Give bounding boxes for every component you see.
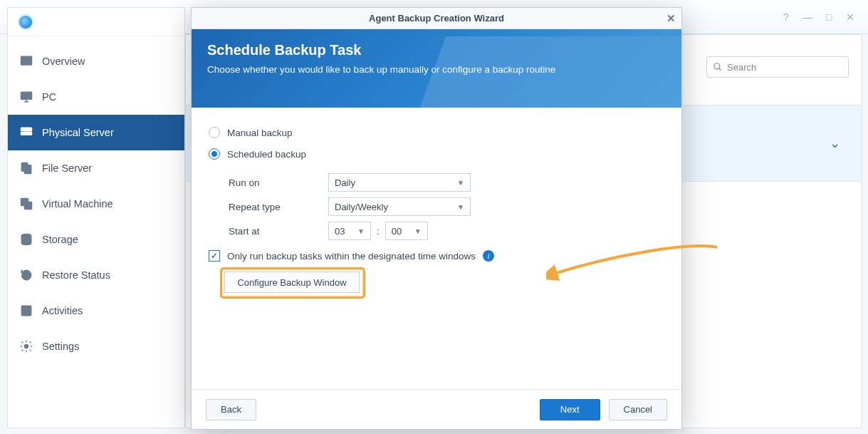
- back-button[interactable]: Back: [206, 399, 256, 420]
- logo-icon: [18, 14, 33, 30]
- sidebar: Overview PC Physical Server File Server …: [7, 7, 185, 428]
- radio-label: Manual backup: [227, 128, 293, 138]
- sidebar-item-label: File Server: [42, 162, 92, 174]
- svg-rect-14: [25, 165, 31, 174]
- wizard-dialog: Agent Backup Creation Wizard ✕ Schedule …: [191, 7, 682, 430]
- radio-scheduled-backup[interactable]: Scheduled backup: [209, 143, 664, 165]
- cancel-button[interactable]: Cancel: [609, 399, 667, 420]
- help-icon[interactable]: ?: [781, 12, 791, 22]
- pc-icon: [19, 90, 33, 104]
- select-value: Daily/Weekly: [335, 202, 388, 212]
- sidebar-item-label: Restore Status: [42, 269, 110, 281]
- restore-icon: [19, 268, 33, 282]
- sidebar-item-restore-status[interactable]: Restore Status: [8, 257, 184, 293]
- sidebar-item-virtual-machine[interactable]: Virtual Machine: [8, 186, 184, 222]
- radio-unselected-icon: [209, 127, 220, 138]
- svg-rect-6: [21, 92, 32, 99]
- only-run-label: Only run backup tasks within the designa…: [227, 251, 476, 262]
- sidebar-item-label: Activities: [42, 305, 83, 316]
- sidebar-item-label: Settings: [42, 341, 79, 352]
- dialog-titlebar: Agent Backup Creation Wizard ✕: [192, 8, 681, 29]
- sidebar-item-storage[interactable]: Storage: [8, 222, 184, 257]
- radio-selected-icon: [209, 148, 220, 160]
- overview-icon: [19, 54, 33, 68]
- chevron-down-icon: ▼: [414, 227, 422, 235]
- radio-manual-backup[interactable]: Manual backup: [209, 122, 664, 143]
- banner-title: Schedule Backup Task: [207, 42, 666, 58]
- file-server-icon: [19, 161, 33, 175]
- next-button[interactable]: Next: [540, 399, 600, 420]
- select-value: 03: [335, 226, 345, 237]
- sidebar-item-label: Virtual Machine: [42, 198, 113, 210]
- storage-icon: [19, 232, 33, 247]
- sidebar-item-overview[interactable]: Overview: [8, 43, 184, 79]
- select-value: 00: [392, 226, 402, 237]
- sidebar-item-label: PC: [42, 91, 56, 103]
- start-hour-select[interactable]: 03 ▼: [328, 222, 371, 240]
- start-at-label: Start at: [229, 226, 328, 237]
- chevron-down-icon: ▼: [457, 203, 464, 211]
- chevron-down-icon: ▼: [357, 227, 365, 235]
- repeat-type-label: Repeat type: [229, 202, 328, 212]
- dialog-title: Agent Backup Creation Wizard: [369, 13, 504, 24]
- sidebar-item-label: Storage: [42, 234, 78, 245]
- start-minute-select[interactable]: 00 ▼: [385, 222, 428, 240]
- virtual-machine-icon: [19, 197, 33, 211]
- info-icon[interactable]: i: [483, 250, 494, 262]
- close-icon[interactable]: ✕: [845, 12, 855, 22]
- svg-point-22: [25, 345, 28, 348]
- maximize-icon[interactable]: □: [824, 12, 834, 22]
- only-run-checkbox[interactable]: [209, 250, 220, 262]
- gear-icon: [19, 339, 33, 353]
- run-on-select[interactable]: Daily ▼: [328, 173, 471, 192]
- chevron-down-icon: ▼: [457, 179, 464, 187]
- dialog-footer: Back Next Cancel: [192, 389, 681, 429]
- app-logo: [8, 8, 184, 36]
- run-on-label: Run on: [229, 177, 328, 188]
- search-placeholder: Search: [727, 62, 756, 73]
- physical-server-icon: [19, 125, 33, 140]
- dialog-body: Manual backup Scheduled backup Run on Da…: [192, 108, 681, 386]
- banner-subtitle: Choose whether you would like to back up…: [207, 64, 666, 75]
- search-icon: [713, 62, 723, 72]
- repeat-type-select[interactable]: Daily/Weekly ▼: [328, 197, 471, 216]
- svg-rect-16: [25, 202, 32, 210]
- chevron-down-icon: ⌄: [830, 135, 840, 151]
- sidebar-item-settings[interactable]: Settings: [8, 329, 184, 364]
- dialog-close-icon[interactable]: ✕: [666, 12, 676, 25]
- sidebar-item-label: Physical Server: [42, 127, 114, 138]
- sidebar-item-label: Overview: [42, 56, 85, 67]
- svg-point-11: [23, 129, 23, 130]
- sidebar-item-activities[interactable]: Activities: [8, 293, 184, 329]
- dialog-banner: Schedule Backup Task Choose whether you …: [192, 29, 681, 108]
- svg-point-0: [714, 63, 720, 69]
- sidebar-item-pc[interactable]: PC: [8, 79, 184, 115]
- minimize-icon[interactable]: —: [802, 12, 812, 22]
- activities-icon: [19, 304, 33, 318]
- sidebar-item-physical-server[interactable]: Physical Server: [8, 115, 184, 150]
- select-value: Daily: [335, 177, 355, 188]
- search-input[interactable]: Search: [706, 56, 849, 78]
- svg-point-12: [23, 133, 23, 134]
- sidebar-item-file-server[interactable]: File Server: [8, 150, 184, 186]
- svg-line-1: [719, 68, 721, 71]
- radio-label: Scheduled backup: [227, 149, 306, 160]
- time-separator: :: [377, 226, 380, 237]
- configure-backup-window-button[interactable]: Configure Backup Window: [224, 272, 360, 293]
